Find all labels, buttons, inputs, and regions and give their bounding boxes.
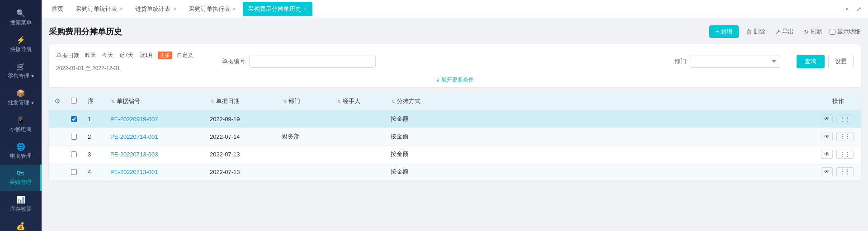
row-view-btn-2[interactable]: 👁: [821, 150, 833, 159]
shortcut-1month[interactable]: 近1月: [138, 51, 156, 60]
shortcut-custom[interactable]: 自定义: [175, 51, 195, 60]
sidebar-item-search[interactable]: 🔍搜索菜单: [0, 5, 42, 31]
tab-close-cost-history[interactable]: ×: [304, 6, 307, 11]
row-cb-cell-3: [66, 163, 82, 181]
row-more-btn-0[interactable]: ⋮⋮: [836, 114, 854, 123]
tab-label-order-summary: 采购订单统计表: [76, 5, 117, 13]
sidebar-label-quick: 快捷导航: [10, 46, 32, 53]
row-no-2: 3: [82, 146, 105, 163]
date-filter-label: 单据日期: [56, 52, 80, 60]
tab-close-order-summary[interactable]: ×: [120, 6, 123, 11]
row-cb-cell-0: [66, 110, 82, 128]
row-no-1: 2: [82, 128, 105, 146]
tab-close-order-exec[interactable]: ×: [233, 6, 236, 11]
row-docno-link-0[interactable]: PE-20220919-002: [110, 116, 158, 123]
add-button[interactable]: + 新增: [709, 25, 739, 38]
export-button[interactable]: ↗ 导出: [773, 26, 797, 38]
row-checkbox-0[interactable]: [71, 116, 77, 122]
tab-cost-history[interactable]: 采购费用分摊单历史×: [243, 2, 312, 16]
row-more-btn-3[interactable]: ⋮⋮: [836, 167, 854, 176]
sort-dept-icon[interactable]: ⇅: [283, 99, 287, 104]
row-op-0: 👁 ⋮⋮: [816, 110, 861, 128]
filter-area: 单据日期 昨天 今天 近7天 近1月 更多 自定义 2022-01-01 至 2…: [49, 44, 861, 87]
sort-docno-icon[interactable]: ⇅: [111, 99, 115, 104]
show-col-toggle[interactable]: 显示明细: [830, 28, 861, 36]
filter-settings-button[interactable]: 设置: [828, 55, 854, 68]
query-button[interactable]: 查询: [797, 55, 825, 68]
sidebar-item-quick[interactable]: ⚡快捷导航: [0, 31, 42, 58]
sidebar-icon-retail: 🛒: [16, 62, 25, 71]
row-checkbox-1[interactable]: [71, 134, 77, 140]
row-more-btn-1[interactable]: ⋮⋮: [836, 132, 854, 141]
sidebar-item-retail[interactable]: 🛒零售管理 ▾: [0, 58, 42, 85]
row-view-btn-0[interactable]: 👁: [821, 114, 833, 123]
sidebar-item-finance[interactable]: 💰资金管理: [0, 217, 42, 231]
show-col-checkbox[interactable]: [830, 29, 835, 35]
row-more-btn-2[interactable]: ⋮⋮: [836, 150, 854, 159]
sidebar-item-wholesale[interactable]: 📦批发管理 ▾: [0, 85, 42, 111]
doc-no-input[interactable]: [249, 56, 376, 68]
row-split-1: 按金额: [385, 128, 816, 146]
table-settings-icon[interactable]: ⚙: [54, 97, 60, 105]
shortcut-more[interactable]: 更多: [158, 52, 172, 59]
row-dept-3: [277, 163, 331, 181]
sort-date-icon[interactable]: ⇅: [211, 99, 214, 104]
table-row: 2 PE-20220714-001 2022-07-14 财务部 按金额 👁 ⋮…: [49, 128, 861, 146]
row-checkbox-3[interactable]: [71, 169, 77, 175]
chevron-down-icon: ∨: [436, 77, 440, 83]
row-settings-cell-2: [49, 146, 66, 163]
row-docno-3: PE-20220713-001: [105, 163, 204, 181]
row-docno-2: PE-20220713-003: [105, 146, 204, 163]
page-header: 采购费用分摊单历史 + 新增 🗑 删除 ↗ 导出 ↻ 刷新 显示明细: [49, 25, 861, 38]
row-handler-2: [331, 146, 385, 163]
sidebar: 🔍搜索菜单⚡快捷导航🛒零售管理 ▾📦批发管理 ▾📱小畅电商🌐电商管理🛍采购管理📊…: [0, 0, 42, 231]
shortcut-7days[interactable]: 近7天: [118, 51, 135, 60]
tab-stock-summary[interactable]: 进货单统计表×: [130, 2, 181, 16]
sidebar-item-inventory[interactable]: 📊库存核算: [0, 191, 42, 217]
row-docno-link-2[interactable]: PE-20220713-003: [110, 151, 158, 158]
delete-icon: 🗑: [746, 28, 752, 35]
row-dept-2: [277, 146, 331, 163]
select-all-checkbox[interactable]: [71, 98, 77, 104]
table-row: 1 PE-20220919-002 2022-09-19 按金额 👁 ⋮⋮: [49, 110, 861, 128]
sort-split-icon[interactable]: ⇅: [392, 99, 395, 104]
table-row: 3 PE-20220713-003 2022-07-13 按金额 👁 ⋮⋮: [49, 146, 861, 163]
row-op-2: 👁 ⋮⋮: [816, 146, 861, 163]
shortcut-yesterday[interactable]: 昨天: [83, 51, 98, 60]
row-docno-link-1[interactable]: PE-20220714-001: [110, 133, 158, 140]
close-window-button[interactable]: ×: [844, 5, 851, 14]
tab-label-cost-history: 采购费用分摊单历史: [248, 5, 301, 13]
delete-button[interactable]: 🗑 删除: [743, 26, 768, 38]
sidebar-item-mini[interactable]: 📱小畅电商: [0, 111, 42, 138]
dept-label: 部门: [675, 57, 686, 66]
tab-close-stock-summary[interactable]: ×: [173, 6, 176, 11]
tab-order-exec[interactable]: 采购订单执行表×: [184, 2, 241, 16]
sidebar-item-ecom[interactable]: 🌐电商管理: [0, 138, 42, 165]
col-settings: ⚙: [49, 93, 66, 110]
expand-more-button[interactable]: ∨ 展开更多条件: [436, 76, 474, 84]
row-op-1: 👁 ⋮⋮: [816, 128, 861, 146]
row-docno-0: PE-20220919-002: [105, 110, 204, 128]
restore-window-button[interactable]: ⤢: [854, 5, 863, 14]
export-icon: ↗: [775, 28, 780, 35]
dept-select[interactable]: [690, 56, 780, 68]
tab-order-summary[interactable]: 采购订单统计表×: [71, 2, 128, 16]
tab-label-home: 首页: [52, 5, 63, 13]
row-docno-link-3[interactable]: PE-20220713-001: [110, 169, 158, 175]
sidebar-icon-quick: ⚡: [16, 36, 25, 44]
row-handler-3: [331, 163, 385, 181]
tab-home[interactable]: 首页: [46, 2, 69, 16]
row-dept-1: 财务部: [277, 128, 331, 146]
toolbar: + 新增 🗑 删除 ↗ 导出 ↻ 刷新 显示明细: [709, 25, 861, 38]
sidebar-icon-search: 🔍: [16, 9, 25, 18]
row-checkbox-2[interactable]: [71, 151, 77, 157]
sort-handler-icon[interactable]: ⇅: [337, 99, 341, 104]
row-docno-1: PE-20220714-001: [105, 128, 204, 146]
row-date-3: 2022-07-13: [204, 163, 277, 181]
row-view-btn-3[interactable]: 👁: [821, 167, 833, 176]
row-view-btn-1[interactable]: 👁: [821, 132, 833, 141]
sidebar-item-purchase[interactable]: 🛍采购管理: [0, 165, 42, 191]
refresh-button[interactable]: ↻ 刷新: [801, 26, 825, 38]
shortcut-today[interactable]: 今天: [100, 51, 115, 60]
col-dept-header: ⇅ 部门: [277, 93, 331, 110]
